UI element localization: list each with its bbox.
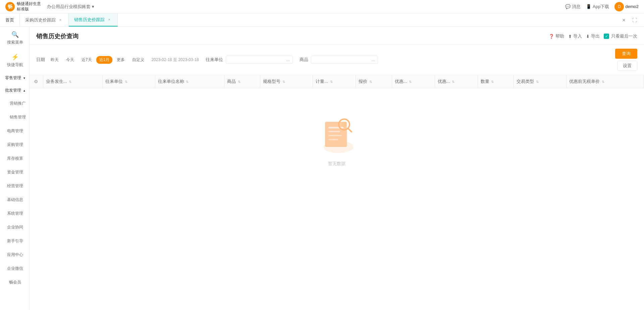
col-spec[interactable]: 规格型号 ⇅ <box>260 75 313 88</box>
filter-row: 日期 昨天 今天 近7天 近1月 更多 自定义 2023-02-18 至 202… <box>36 49 637 71</box>
app-download-label: App下载 <box>593 4 609 10</box>
product-input[interactable]: ... <box>311 56 378 64</box>
query-button[interactable]: 查询 <box>615 49 637 59</box>
partner-dots: ... <box>286 57 290 62</box>
message-icon: 💬 <box>565 4 571 9</box>
product-dots: ... <box>372 57 375 62</box>
product-filter-group: 商品 ... <box>300 56 378 64</box>
tab-purchase-history[interactable]: 采购历史价跟踪 × <box>20 13 69 27</box>
tab-purchase-close[interactable]: × <box>58 17 63 23</box>
search-icon: 🔍 <box>11 31 19 38</box>
date-yesterday-btn[interactable]: 昨天 <box>48 56 62 64</box>
tab-home[interactable]: 首页 <box>0 13 20 27</box>
col-quote[interactable]: 报价 ⇅ <box>356 75 392 88</box>
only-last-checkbox-area[interactable]: ✓ 只看最后一次 <box>604 33 637 39</box>
svg-line-7 <box>348 128 352 132</box>
tabbar-actions: ✕ ⛶ <box>620 13 644 27</box>
col-biz-date[interactable]: 业务发生... ⇅ <box>43 75 102 88</box>
export-action[interactable]: ⬇ 导出 <box>586 33 600 39</box>
sidebar-item-ecommerce[interactable]: 电商管理 <box>0 124 29 138</box>
sidebar-item-enterprise-wechat[interactable]: 企业微信 <box>0 262 29 275</box>
sidebar-item-app-center[interactable]: 应用中心 <box>0 248 29 262</box>
svg-rect-5 <box>328 139 338 140</box>
col-settings[interactable]: ⚙ <box>30 75 43 88</box>
table-area: ⚙ 业务发生... ⇅ 往来单位 ⇅ 往来单位名称 ⇅ <box>30 75 644 310</box>
col-unit[interactable]: 计量... ⇅ <box>313 75 356 88</box>
empty-state: 暂无数据 <box>30 88 644 194</box>
sidebar-item-quick-nav[interactable]: ⚡ 快捷导航 <box>0 49 29 72</box>
logo-icon: 畅 <box>5 2 15 11</box>
col-trade-type[interactable]: 交易类型 ⇅ <box>514 75 567 88</box>
settings-button[interactable]: 设置 <box>617 61 637 71</box>
tabbar: 首页 采购历史价跟踪 × 销售历史价跟踪 × ✕ ⛶ <box>0 13 644 27</box>
sidebar-item-finance[interactable]: 资金管理 <box>0 165 29 179</box>
message-label: 消息 <box>572 4 581 10</box>
tab-sales-history[interactable]: 销售历史价跟踪 × <box>69 13 118 27</box>
col-partner-name[interactable]: 往来单位名称 ⇅ <box>155 75 224 88</box>
sidebar-item-search-menu[interactable]: 🔍 搜索菜单 <box>0 27 29 49</box>
col-quantity[interactable]: 数量 ⇅ <box>478 75 514 88</box>
close-all-tabs-button[interactable]: ✕ <box>620 16 628 24</box>
topbar-left: 畅 畅捷通好生意 标准版 办公用品行业模拟账套 ▾ <box>5 1 97 12</box>
sidebar-item-basic-info[interactable]: 基础信息 <box>0 193 29 207</box>
sidebar-item-system[interactable]: 系统管理 <box>0 207 29 220</box>
sort-icon: ⇅ <box>282 80 285 84</box>
gear-icon[interactable]: ⚙ <box>34 79 38 84</box>
message-action[interactable]: 💬 消息 <box>565 4 581 10</box>
date-last7-btn[interactable]: 近7天 <box>78 56 95 64</box>
sidebar-item-operations[interactable]: 经营管理 <box>0 179 29 193</box>
chevron-down-icon: ▾ <box>23 76 25 80</box>
date-today-btn[interactable]: 今天 <box>63 56 77 64</box>
page-title: 销售历史价查询 <box>36 32 78 40</box>
sort-icon: ⇅ <box>536 80 539 84</box>
filter-area: 日期 昨天 今天 近7天 近1月 更多 自定义 2023-02-18 至 202… <box>30 45 644 75</box>
main-layout: 🔍 搜索菜单 ⚡ 快捷导航 零售管理 ▾ 批发管理 ▴ 营销推广 销售管理 电商… <box>0 27 644 310</box>
sidebar-item-inventory[interactable]: 库存核算 <box>0 152 29 165</box>
partner-filter-label: 往来单位 <box>206 57 223 63</box>
col-partner-code[interactable]: 往来单位 ⇅ <box>102 75 155 88</box>
tab-purchase-label: 采购历史价跟踪 <box>25 17 56 23</box>
sidebar: 🔍 搜索菜单 ⚡ 快捷导航 零售管理 ▾ 批发管理 ▴ 营销推广 销售管理 电商… <box>0 27 30 310</box>
partner-filter-group: 往来单位 ... <box>206 56 293 64</box>
date-last1month-btn[interactable]: 近1月 <box>96 56 113 64</box>
sidebar-item-sales-mgmt[interactable]: 销售管理 <box>0 110 29 124</box>
sidebar-item-marketing[interactable]: 营销推广 <box>0 97 29 110</box>
partner-input[interactable]: ... <box>226 56 293 64</box>
tab-sales-label: 销售历史价跟踪 <box>74 17 105 23</box>
filter-actions: 查询 设置 <box>615 49 637 71</box>
sort-icon: ⇅ <box>602 80 604 84</box>
col-product[interactable]: 商品 ⇅ <box>224 75 260 88</box>
topbar: 畅 畅捷通好生意 标准版 办公用品行业模拟账套 ▾ 💬 消息 📱 App下载 D… <box>0 0 644 13</box>
date-more-btn[interactable]: 更多 <box>114 56 128 64</box>
app-selector-label: 办公用品行业模拟账套 <box>47 4 91 10</box>
date-range-display: 2023-02-18 至 2023-03-18 <box>151 57 199 63</box>
product-filter-label: 商品 <box>300 57 308 63</box>
col-discount1[interactable]: 优惠... ⇅ <box>392 75 435 88</box>
sidebar-item-purchase[interactable]: 采购管理 <box>0 138 29 152</box>
sort-icon: ⇅ <box>125 80 127 84</box>
sort-icon: ⇅ <box>409 80 412 84</box>
date-filter-group: 日期 昨天 今天 近7天 近1月 更多 自定义 2023-02-18 至 202… <box>36 56 199 64</box>
tab-sales-close[interactable]: × <box>107 17 112 22</box>
user-area[interactable]: D demo2 <box>614 2 639 11</box>
fullscreen-button[interactable]: ⛶ <box>631 16 639 24</box>
app-selector[interactable]: 办公用品行业模拟账套 ▾ <box>44 2 97 11</box>
sort-icon: ⇅ <box>369 80 372 84</box>
app-download-action[interactable]: 📱 App下载 <box>586 4 609 10</box>
help-action[interactable]: ❓ 帮助 <box>549 33 564 39</box>
only-last-checkbox[interactable]: ✓ <box>604 34 609 39</box>
export-icon: ⬇ <box>586 34 590 39</box>
table-header-row: ⚙ 业务发生... ⇅ 往来单位 ⇅ 往来单位名称 ⇅ <box>30 75 644 88</box>
help-label: 帮助 <box>555 33 564 39</box>
sidebar-item-retail-mgmt[interactable]: 零售管理 ▾ <box>0 72 29 84</box>
col-discount2[interactable]: 优惠... ⇅ <box>435 75 478 88</box>
sidebar-item-new-guide[interactable]: 新手引导 <box>0 234 29 248</box>
sidebar-item-member[interactable]: 畅会员 <box>0 275 29 289</box>
sort-icon: ⇅ <box>69 80 71 84</box>
sidebar-item-enterprise-collab[interactable]: 企业协同 <box>0 220 29 234</box>
col-pre-discount-price[interactable]: 优惠前无税单价 ⇅ <box>567 75 644 88</box>
date-custom-btn[interactable]: 自定义 <box>129 56 147 64</box>
import-action[interactable]: ⬆ 导入 <box>568 33 582 39</box>
sidebar-item-wholesale-mgmt[interactable]: 批发管理 ▴ <box>0 84 29 97</box>
empty-illustration <box>317 115 357 155</box>
